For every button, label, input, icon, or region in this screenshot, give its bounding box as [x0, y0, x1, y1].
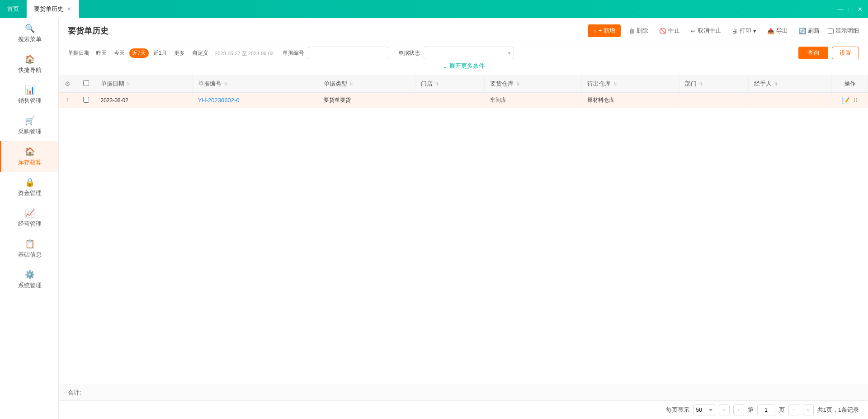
- print-icon: 🖨: [732, 28, 738, 34]
- print-dropdown-icon: ▾: [753, 28, 756, 34]
- page-input[interactable]: [757, 405, 775, 415]
- sidebar-item-sales[interactable]: 📊 销售管理: [0, 80, 58, 110]
- col-department-header: 部门 ⇅: [679, 75, 748, 93]
- sidebar-item-operations-label: 经营管理: [18, 220, 42, 228]
- col-department-sort[interactable]: ⇅: [699, 81, 703, 86]
- print-button[interactable]: 🖨 打印 ▾: [729, 25, 759, 37]
- row-index: 1: [59, 93, 77, 108]
- col-type-sort[interactable]: ⇅: [349, 81, 353, 86]
- minimize-icon[interactable]: —: [837, 6, 843, 13]
- action-icons-group: 📝 ⠿: [837, 97, 862, 104]
- last-page-btn[interactable]: »: [803, 405, 814, 415]
- row-number-link[interactable]: YH-20230602-0: [198, 97, 240, 104]
- col-store-sort[interactable]: ⇅: [435, 81, 439, 86]
- maximize-icon[interactable]: □: [849, 6, 852, 13]
- delete-button[interactable]: 🗑 删除: [626, 25, 651, 37]
- query-label: 查询: [807, 49, 819, 57]
- sidebar-item-inventory[interactable]: 🏠 库存核算: [0, 141, 58, 172]
- sidebar-item-finance[interactable]: 🔒 资金管理: [0, 172, 58, 203]
- col-req-warehouse-label: 要货仓库: [490, 80, 514, 87]
- row-department: [679, 93, 748, 108]
- page-suffix-label: 页: [779, 406, 785, 414]
- row-edit-icon[interactable]: 📝: [842, 97, 849, 104]
- date-btn-today[interactable]: 今天: [111, 48, 127, 58]
- col-date-label: 单据日期: [101, 80, 124, 87]
- table-settings-icon[interactable]: ⚙: [65, 80, 71, 87]
- show-detail-checkbox[interactable]: [828, 28, 834, 34]
- refresh-label: 刷新: [808, 27, 820, 35]
- status-input[interactable]: [424, 47, 514, 59]
- row-checkbox[interactable]: [83, 97, 89, 103]
- refresh-button[interactable]: 🔄 刷新: [796, 25, 822, 37]
- col-number-sort[interactable]: ⇅: [224, 81, 227, 86]
- export-label: 导出: [776, 27, 788, 35]
- tab-list: 首页 要货单历史 ✕: [0, 0, 79, 18]
- operations-icon: 📈: [25, 208, 35, 218]
- expand-icon: ⌄: [443, 63, 448, 70]
- tab-home[interactable]: 首页: [0, 0, 27, 18]
- date-btn-yesterday[interactable]: 昨天: [93, 48, 109, 58]
- col-date-sort[interactable]: ⇅: [127, 81, 130, 86]
- col-pending-warehouse-header: 待出仓库 ⇅: [582, 75, 679, 93]
- expand-more-btn[interactable]: ⌄ 展开更多条件: [68, 62, 859, 70]
- sidebar-item-basic[interactable]: 📋 基础信息: [0, 233, 58, 264]
- home-icon: 🏠: [25, 54, 35, 64]
- col-type-header: 单据类型 ⇅: [318, 75, 415, 93]
- basic-icon: 📋: [25, 239, 35, 249]
- expand-label: 展开更多条件: [449, 62, 485, 70]
- date-range-text: 2023-05-27 至 2023-06-02: [215, 50, 274, 57]
- table-header-row: ⚙ 单据日期 ⇅ 单据编号 ⇅: [59, 75, 868, 93]
- settings-button[interactable]: 设置: [832, 47, 859, 59]
- status-dropdown-icon[interactable]: ▾: [508, 51, 510, 56]
- sidebar-item-quicknav-label: 快捷导航: [18, 66, 42, 74]
- tab-requisition-history[interactable]: 要货单历史 ✕: [27, 0, 79, 18]
- first-page-btn[interactable]: «: [719, 405, 730, 415]
- col-type-label: 单据类型: [324, 80, 347, 87]
- page-prefix-label: 第: [748, 406, 754, 414]
- sidebar-item-system[interactable]: ⚙️ 系统管理: [0, 264, 58, 295]
- col-req-warehouse-sort[interactable]: ⇅: [516, 81, 520, 86]
- col-department-label: 部门: [685, 80, 697, 87]
- content-area: 要货单历史 + + 新增 🗑 删除 🚫 中止 ↩ 取消中止: [59, 18, 868, 419]
- date-btn-custom[interactable]: 自定义: [189, 48, 211, 58]
- settings-label: 设置: [840, 49, 851, 57]
- window-close-icon[interactable]: ✕: [858, 6, 863, 13]
- new-button[interactable]: + + 新增: [588, 24, 621, 37]
- per-page-select[interactable]: 50 10 20 100: [693, 405, 715, 415]
- export-button[interactable]: 📤 导出: [764, 25, 791, 37]
- sidebar-item-purchase[interactable]: 🛒 采购管理: [0, 110, 58, 141]
- date-btn-1month[interactable]: 近1月: [151, 48, 170, 58]
- doc-number-input[interactable]: [308, 47, 389, 59]
- col-number-header: 单据编号 ⇅: [192, 75, 318, 93]
- cancel-stop-label: 取消中止: [698, 27, 721, 35]
- tab-close-icon[interactable]: ✕: [67, 6, 71, 12]
- date-btn-7days[interactable]: 近7天: [129, 48, 149, 58]
- select-all-checkbox[interactable]: [83, 80, 89, 86]
- col-handler-sort[interactable]: ⇅: [774, 81, 778, 86]
- prev-page-btn[interactable]: ‹: [733, 405, 744, 415]
- sidebar-item-operations[interactable]: 📈 经营管理: [0, 203, 58, 233]
- show-detail-label: 显示明细: [835, 27, 859, 35]
- cancel-stop-button[interactable]: ↩ 取消中止: [688, 25, 724, 37]
- query-button[interactable]: 查询: [798, 47, 828, 59]
- doc-number-label: 单据编号: [283, 49, 304, 57]
- sidebar-item-search[interactable]: 🔍 搜索菜单: [0, 18, 58, 49]
- export-icon: 📤: [767, 28, 774, 34]
- show-detail-checkbox-group[interactable]: 显示明细: [828, 27, 859, 35]
- col-pending-warehouse-label: 待出仓库: [587, 80, 611, 87]
- sidebar-item-purchase-label: 采购管理: [18, 128, 42, 136]
- date-btn-more[interactable]: 更多: [171, 48, 188, 58]
- sidebar-item-quicknav[interactable]: 🏠 快捷导航: [0, 49, 58, 80]
- col-pending-warehouse-sort[interactable]: ⇅: [613, 81, 617, 86]
- next-page-btn[interactable]: ›: [788, 405, 799, 415]
- col-handler-label: 经手人: [754, 80, 772, 87]
- stop-button[interactable]: 🚫 中止: [656, 25, 683, 37]
- search-icon: 🔍: [25, 24, 35, 33]
- row-more-icon[interactable]: ⠿: [853, 97, 858, 104]
- row-number: YH-20230602-0: [192, 93, 318, 108]
- col-req-warehouse-header: 要货仓库 ⇅: [485, 75, 582, 93]
- col-handler-header: 经手人 ⇅: [748, 75, 831, 93]
- sidebar-item-inventory-label: 库存核算: [18, 158, 42, 167]
- row-type: 要货单要货: [318, 93, 415, 108]
- cancel-stop-icon: ↩: [691, 28, 696, 34]
